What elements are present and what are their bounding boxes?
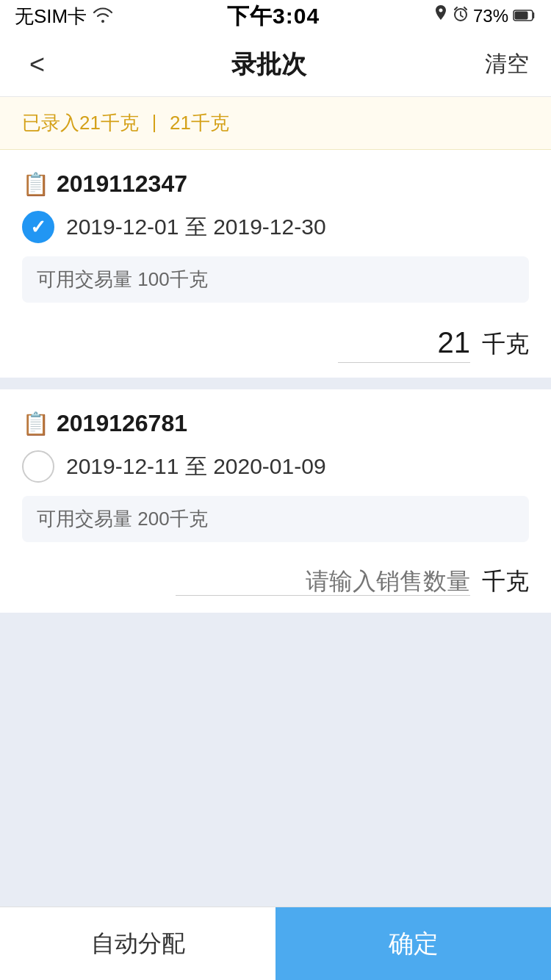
item-1-qty-row: 21 千克 bbox=[0, 314, 551, 378]
status-left: 无SIM卡 bbox=[15, 4, 113, 29]
item-2-radio[interactable] bbox=[22, 450, 54, 483]
item-1-unit: 千克 bbox=[482, 328, 529, 361]
auto-distribute-button[interactable]: 自动分配 bbox=[0, 907, 276, 980]
bottom-bar: 自动分配 确定 bbox=[0, 907, 551, 980]
info-divider bbox=[154, 115, 155, 132]
section-divider-1 bbox=[0, 378, 551, 389]
batch-item-1: 📋 2019112347 2019-12-01 至 2019-12-30 可用交… bbox=[0, 150, 551, 378]
item-1-qty-value: 21 bbox=[438, 326, 471, 359]
item-1-radio[interactable] bbox=[22, 211, 54, 243]
item-1-id: 2019112347 bbox=[57, 170, 187, 198]
batch-item-2: 📋 2019126781 2019-12-11 至 2020-01-09 可用交… bbox=[0, 389, 551, 613]
nav-bar: < 录批次 清空 bbox=[0, 32, 551, 97]
item-2-available: 可用交易量 200千克 bbox=[22, 496, 529, 542]
recorded-info: 已录入21千克 bbox=[22, 110, 139, 136]
doc-icon-1: 📋 bbox=[22, 171, 49, 197]
item-1-qty-container: 21 bbox=[338, 326, 470, 363]
wifi-icon bbox=[93, 5, 113, 28]
item-2-id: 2019126781 bbox=[57, 410, 187, 437]
page-title: 录批次 bbox=[231, 48, 306, 82]
item-2-header: 📋 2019126781 bbox=[0, 389, 551, 444]
status-bar: 无SIM卡 下午3:04 73% bbox=[0, 0, 551, 32]
battery-text: 73% bbox=[473, 6, 508, 26]
item-2-qty-input[interactable] bbox=[176, 568, 470, 595]
carrier-text: 无SIM卡 bbox=[15, 4, 87, 29]
status-right: 73% bbox=[433, 5, 536, 27]
alarm-icon bbox=[453, 6, 469, 26]
item-2-date: 2019-12-11 至 2020-01-09 bbox=[66, 452, 326, 482]
time-display: 下午3:04 bbox=[227, 1, 320, 32]
item-1-date-row: 2019-12-01 至 2019-12-30 bbox=[0, 205, 551, 251]
item-1-available: 可用交易量 100千克 bbox=[22, 256, 529, 303]
info-banner: 已录入21千克 21千克 bbox=[0, 97, 551, 150]
battery-icon bbox=[513, 6, 536, 26]
item-1-header: 📋 2019112347 bbox=[0, 150, 551, 205]
item-2-date-row: 2019-12-11 至 2020-01-09 bbox=[0, 444, 551, 490]
clear-button[interactable]: 清空 bbox=[485, 49, 529, 79]
amount-info: 21千克 bbox=[170, 110, 229, 136]
location-icon bbox=[433, 5, 448, 27]
item-2-unit: 千克 bbox=[482, 566, 529, 598]
item-2-input-container[interactable] bbox=[176, 568, 470, 596]
back-button[interactable]: < bbox=[22, 42, 52, 87]
item-2-input-row: 千克 bbox=[0, 554, 551, 613]
confirm-button[interactable]: 确定 bbox=[276, 907, 551, 980]
doc-icon-2: 📋 bbox=[22, 411, 49, 436]
section-divider-2 bbox=[0, 613, 551, 624]
svg-rect-2 bbox=[514, 12, 527, 20]
item-1-date: 2019-12-01 至 2019-12-30 bbox=[66, 212, 326, 242]
